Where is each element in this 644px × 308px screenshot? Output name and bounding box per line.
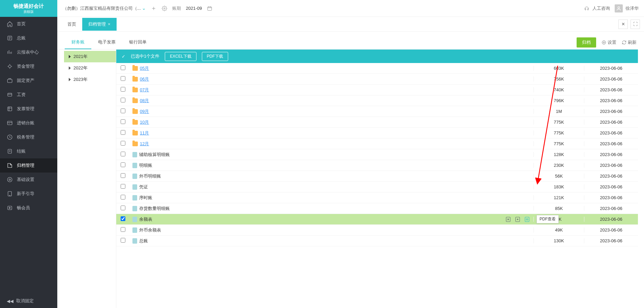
pdf-view-icon[interactable]: [524, 216, 530, 222]
sidebar-item-13[interactable]: 畅会员: [0, 201, 57, 215]
row-checkbox[interactable]: [121, 216, 125, 221]
row-date: 2023-06-06: [584, 195, 638, 200]
nav-label: 工资: [17, 92, 26, 98]
sidebar-item-12[interactable]: 新手引导: [0, 187, 57, 201]
page-tab-0[interactable]: 首页: [61, 18, 82, 31]
fullscreen-icon[interactable]: ⛶: [631, 20, 640, 29]
inner-tab-2[interactable]: 银行回单: [122, 36, 153, 49]
excel-view-icon[interactable]: [505, 216, 511, 222]
row-checkbox[interactable]: [121, 227, 125, 232]
table-row[interactable]: 凭证183K2023-06-06: [116, 182, 638, 192]
row-checkbox[interactable]: [121, 87, 125, 92]
support-link[interactable]: 人工咨询: [584, 5, 610, 11]
row-name-link[interactable]: 08月: [140, 98, 149, 104]
row-checkbox[interactable]: [121, 130, 125, 135]
row-checkbox[interactable]: [121, 109, 125, 113]
table-row[interactable]: 外币明细账56K2023-06-06: [116, 171, 638, 182]
gear-icon[interactable]: [161, 5, 167, 11]
table-row[interactable]: 11月775K2023-06-06: [116, 128, 638, 138]
row-name-label: 总账: [139, 238, 148, 244]
row-name-link[interactable]: 05月: [140, 65, 149, 71]
table-row[interactable]: 09月1M2023-06-06: [116, 106, 638, 117]
row-checkbox[interactable]: [121, 152, 125, 156]
row-name-link[interactable]: 09月: [140, 109, 149, 115]
row-checkbox[interactable]: [121, 162, 125, 167]
sidebar-item-4[interactable]: 固定资产: [0, 73, 57, 88]
row-checkbox[interactable]: [121, 238, 125, 243]
sidebar-item-1[interactable]: 总账: [0, 31, 57, 45]
company-selector[interactable]: （勿删）江西服宝精品有限责任公司（... ⌄: [63, 5, 146, 11]
table-row[interactable]: 05月603K2023-06-06: [116, 63, 638, 74]
sidebar-item-3[interactable]: 资金管理: [0, 59, 57, 73]
row-name-link[interactable]: 11月: [140, 130, 149, 136]
table-row[interactable]: 存货数量明细账85K2023-06-06: [116, 203, 638, 214]
svg-point-9: [7, 177, 12, 182]
row-name-link[interactable]: 10月: [140, 119, 149, 125]
row-checkbox[interactable]: [121, 119, 125, 124]
pdf-download-button[interactable]: PDF下载: [202, 52, 228, 61]
tree-year-1[interactable]: 2022年: [64, 62, 116, 74]
sidebar-item-8[interactable]: 税务管理: [0, 130, 57, 144]
calendar-icon[interactable]: [207, 5, 213, 11]
table-row[interactable]: 06月756K2023-06-06: [116, 74, 638, 85]
sidebar-item-9[interactable]: 结账: [0, 144, 57, 158]
row-checkbox[interactable]: [121, 173, 125, 178]
row-size: 775K: [533, 130, 584, 135]
sidebar-item-11[interactable]: 基础设置: [0, 173, 57, 187]
table-row[interactable]: 07月740K2023-06-06: [116, 85, 638, 95]
table-row[interactable]: 08月796K2023-06-06: [116, 95, 638, 106]
table-row[interactable]: 10月775K2023-06-06: [116, 117, 638, 128]
close-icon[interactable]: ✕: [618, 20, 628, 29]
sidebar-unpin[interactable]: ◀◀ 取消固定: [0, 294, 57, 308]
row-name-link[interactable]: 12月: [140, 141, 149, 147]
sidebar-item-0[interactable]: 首页: [0, 17, 57, 31]
settings-link[interactable]: 设置: [602, 39, 616, 45]
table-row[interactable]: 外币余额表49K2023-06-06: [116, 225, 638, 236]
file-icon: [132, 195, 137, 201]
pdf-download-icon[interactable]: [515, 216, 521, 222]
nav-icon: [7, 205, 13, 211]
selection-toolbar: ✓ 已选中1个文件 EXCEL下载 PDF下载: [116, 50, 638, 63]
user-menu[interactable]: 徐泽华: [615, 4, 639, 12]
row-date: 2023-06-06: [584, 206, 638, 211]
row-checkbox[interactable]: [121, 195, 125, 199]
sidebar-item-7[interactable]: 进销台账: [0, 116, 57, 130]
table-row[interactable]: 序时账121K2023-06-06: [116, 192, 638, 203]
row-name-label: 序时账: [139, 195, 152, 201]
refresh-link[interactable]: 刷新: [622, 39, 637, 45]
nav-label: 资金管理: [17, 63, 34, 69]
row-checkbox[interactable]: [121, 98, 125, 102]
sidebar-item-5[interactable]: 工资: [0, 88, 57, 102]
company-name-label: （勿删）江西服宝精品有限责任公司（...: [63, 6, 141, 11]
row-checkbox[interactable]: [121, 206, 125, 210]
row-name-link[interactable]: 07月: [140, 87, 149, 93]
table-row[interactable]: 辅助核算明细账128K2023-06-06: [116, 149, 638, 160]
add-icon[interactable]: [151, 5, 157, 11]
table-row[interactable]: 明细账230K2023-06-06: [116, 160, 638, 171]
inner-tab-1[interactable]: 电子发票: [91, 36, 122, 49]
inner-tab-0[interactable]: 财务账: [65, 36, 91, 49]
row-checkbox[interactable]: [121, 141, 125, 146]
tab-close-icon[interactable]: ×: [108, 22, 111, 27]
folder-icon: [132, 142, 138, 146]
row-checkbox[interactable]: [121, 76, 125, 81]
row-date: 2023-06-06: [584, 98, 638, 103]
table-row[interactable]: 12月775K2023-06-06: [116, 138, 638, 149]
period-value[interactable]: 2021-09: [186, 6, 202, 11]
sidebar-item-10[interactable]: 归档管理: [0, 158, 57, 173]
sidebar-item-6[interactable]: 发票管理: [0, 102, 57, 116]
row-checkbox[interactable]: [121, 65, 125, 70]
tree-year-2[interactable]: 2023年: [64, 74, 116, 85]
table-row[interactable]: 余额表PDF查看3K2023-06-06: [116, 214, 638, 225]
file-icon: [132, 184, 137, 190]
sidebar-item-2[interactable]: 云报表中心: [0, 45, 57, 59]
row-checkbox[interactable]: [121, 184, 125, 189]
table-row[interactable]: 总账130K2023-06-06: [116, 236, 638, 246]
tree-year-0[interactable]: 2021年: [64, 51, 116, 62]
sidebar: 畅捷通好会计 旗舰版 首页总账云报表中心资金管理固定资产工资发票管理进销台账税务…: [0, 0, 57, 308]
folder-icon: [132, 77, 138, 82]
page-tab-1[interactable]: 归档管理×: [82, 18, 117, 31]
excel-download-button[interactable]: EXCEL下载: [165, 52, 196, 61]
row-name-link[interactable]: 06月: [140, 76, 149, 82]
archive-button[interactable]: 归档: [577, 37, 596, 48]
